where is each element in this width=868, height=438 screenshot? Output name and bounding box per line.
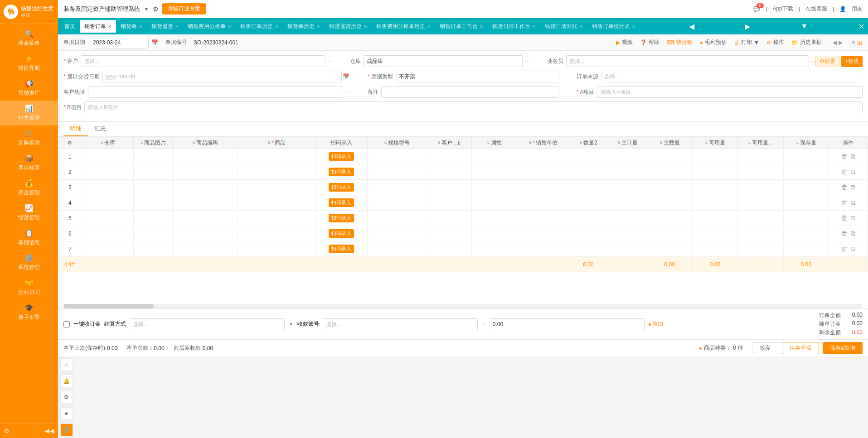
scan-btn-6[interactable]: 扫码录入 — [329, 229, 354, 238]
row-copy-btn[interactable]: ⧉ — [850, 167, 856, 177]
row-copy-btn[interactable]: ⧉ — [850, 229, 856, 238]
sidebar-item-quick-nav[interactable]: ⚡ 快捷导航 — [0, 51, 58, 76]
invoice-type-select[interactable]: 不开票 增值税专用发票 增值税普通发票 — [396, 71, 558, 82]
b-project-input[interactable] — [84, 101, 863, 113]
horizontal-scrollbar[interactable] — [63, 304, 863, 308]
tab-nav-list[interactable]: ▼ — [799, 22, 810, 30]
online-service-link[interactable]: 在线客服 — [805, 5, 827, 13]
tab-close-all[interactable]: ✕ — [857, 22, 866, 31]
scan-btn-5[interactable]: 扫码录入 — [329, 214, 354, 222]
row-delete-btn[interactable]: 🗑 — [840, 229, 849, 238]
add-logistics-button[interactable]: +物流 — [841, 56, 863, 67]
row-delete-btn[interactable]: 🗑 — [840, 198, 849, 207]
account-input[interactable] — [323, 318, 478, 330]
tab-daily-workbench[interactable]: 钱货日清工作台 ✕ — [488, 20, 540, 33]
row-copy-btn[interactable]: ⧉ — [850, 244, 856, 254]
settings-button[interactable]: ⚙设置 — [815, 56, 839, 67]
sidebar-item-system[interactable]: ⚙️ 系统管理 — [0, 250, 58, 275]
right-panel-btn-2[interactable]: 🔔 — [60, 375, 73, 387]
order-source-input[interactable] — [601, 71, 856, 82]
row-main-qty[interactable] — [647, 149, 692, 164]
tab-order-workbench[interactable]: 销售订单工作台 ✕ — [435, 20, 488, 33]
tab-reconcile[interactable]: 钱货日清对账 ✕ — [540, 20, 587, 33]
print-btn[interactable]: 🖨 打印 ▼ — [734, 39, 759, 46]
tab-close-invoice-history[interactable]: ✕ — [316, 24, 320, 29]
view-video-btn[interactable]: ▶ 视频 — [616, 39, 633, 46]
sidebar-item-operations[interactable]: 📈 经营管理 — [0, 200, 58, 225]
tab-close-daily-wb[interactable]: ✕ — [532, 24, 536, 29]
right-panel-btn-5[interactable]: 🔗 — [60, 424, 73, 436]
row-unit[interactable] — [517, 149, 569, 164]
tab-close-invoice[interactable]: ✕ — [139, 24, 142, 29]
a-project-input[interactable] — [597, 86, 863, 98]
discard-button[interactable]: 放弃 — [752, 342, 778, 354]
date-input[interactable] — [90, 37, 149, 48]
scan-btn-1[interactable]: 扫码录入 — [329, 152, 354, 161]
help-btn[interactable]: ❓ 帮助 — [640, 39, 659, 46]
tab-close-sales-order[interactable]: ✕ — [108, 24, 112, 29]
right-panel-btn-1[interactable]: ☆ — [60, 358, 73, 371]
customer-more-icon[interactable]: ··· — [327, 58, 332, 64]
ops-btn[interactable]: ⚙ 操作 — [766, 39, 784, 46]
scan-btn-3[interactable]: 扫码录入 — [329, 183, 354, 192]
row-customer-code[interactable] — [426, 149, 471, 164]
warehouse-input[interactable] — [364, 55, 523, 67]
save-new-button[interactable]: 保存&新增 — [823, 342, 863, 354]
tab-close-expense-history[interactable]: ✕ — [427, 24, 431, 29]
address-input[interactable] — [88, 86, 343, 98]
tab-close-statistics[interactable]: ✕ — [632, 24, 635, 29]
view-list-icon[interactable]: ≡ — [852, 39, 855, 46]
sidebar-item-finance[interactable]: 💰 资金管理 — [0, 175, 58, 200]
row-delete-btn[interactable]: 🗑 — [840, 183, 849, 192]
delivery-date-input[interactable] — [102, 71, 342, 82]
calendar-icon[interactable]: 📅 — [151, 39, 158, 46]
sidebar-item-marketing[interactable]: 📢 营销推广 — [0, 76, 58, 101]
row-copy-btn[interactable]: ⧉ — [850, 213, 856, 223]
settlement-input[interactable] — [130, 318, 285, 330]
settlement-dropdown-icon[interactable]: ▼ — [288, 321, 294, 327]
system-dropdown[interactable]: ▼ — [144, 6, 149, 12]
message-badge[interactable]: 💬 8 — [753, 6, 760, 12]
row-delete-btn[interactable]: 🗑 — [840, 167, 849, 176]
view-grid-icon[interactable]: ⊞ — [857, 39, 863, 46]
row-copy-btn[interactable]: ⧉ — [850, 198, 856, 207]
tab-nav-right[interactable]: ▶ — [743, 22, 752, 31]
row-delete-btn[interactable]: 🗑 — [840, 213, 849, 222]
one-click-checkbox[interactable] — [63, 321, 70, 327]
sidebar-item-sales[interactable]: 📊 销售管理 — [0, 101, 58, 125]
app-download-link[interactable]: App下载 — [772, 5, 793, 13]
customer-input[interactable] — [81, 55, 325, 67]
sidebar-item-search[interactable]: 🔍 搜索菜单 — [0, 26, 58, 51]
tab-close-order-history[interactable]: ✕ — [275, 24, 278, 29]
tab-close-return-history[interactable]: ✕ — [364, 24, 367, 29]
row-product[interactable] — [238, 149, 315, 164]
salesman-input[interactable] — [566, 55, 809, 67]
sidebar-item-inventory[interactable]: 📦 库存核算 — [0, 150, 58, 175]
row-copy-btn[interactable]: ⧉ — [850, 183, 856, 192]
save-draft-button[interactable]: 保存草稿 — [782, 342, 819, 354]
shortcut-btn[interactable]: ⌨ 快捷键 — [667, 39, 693, 46]
row-code[interactable] — [173, 149, 238, 164]
row-delete-btn[interactable]: 🗑 — [840, 244, 849, 253]
topbar-gear-icon[interactable]: ⚙ — [153, 5, 159, 13]
tab-sales-invoice[interactable]: 销货单 ✕ — [116, 20, 147, 33]
row-main-unit[interactable] — [608, 149, 647, 164]
nav-next-icon[interactable]: ▶ — [839, 39, 843, 46]
tab-return-history[interactable]: 销货退货历史 ✕ — [325, 20, 372, 33]
tab-invoice-history[interactable]: 销货单历史 ✕ — [283, 20, 325, 33]
tab-expense-history[interactable]: 销售费用分摊单历史 ✕ — [372, 20, 435, 33]
row-delete-btn[interactable]: 🗑 — [840, 152, 849, 161]
industry-solution-button[interactable]: 体验行业方案 — [162, 3, 206, 14]
address-more-icon[interactable]: ··· — [345, 89, 349, 95]
tab-close-order-wb[interactable]: ✕ — [480, 24, 483, 29]
tab-home[interactable]: 首页 — [60, 20, 80, 33]
sidebar-item-basic-info[interactable]: 📋 基础信息 — [0, 225, 58, 250]
right-panel-btn-4[interactable]: ★ — [60, 407, 73, 420]
sidebar-collapse-icon[interactable]: ◀◀ — [44, 427, 54, 434]
print-dropdown-icon[interactable]: ▼ — [754, 39, 759, 46]
nav-prev-icon[interactable]: ◀ — [833, 39, 837, 46]
salesman-more-icon[interactable]: ··· — [811, 58, 815, 64]
right-panel-btn-3[interactable]: ⚙ — [60, 391, 73, 404]
row-spec[interactable] — [368, 149, 426, 164]
tab-summary[interactable]: 汇总 — [88, 122, 112, 136]
